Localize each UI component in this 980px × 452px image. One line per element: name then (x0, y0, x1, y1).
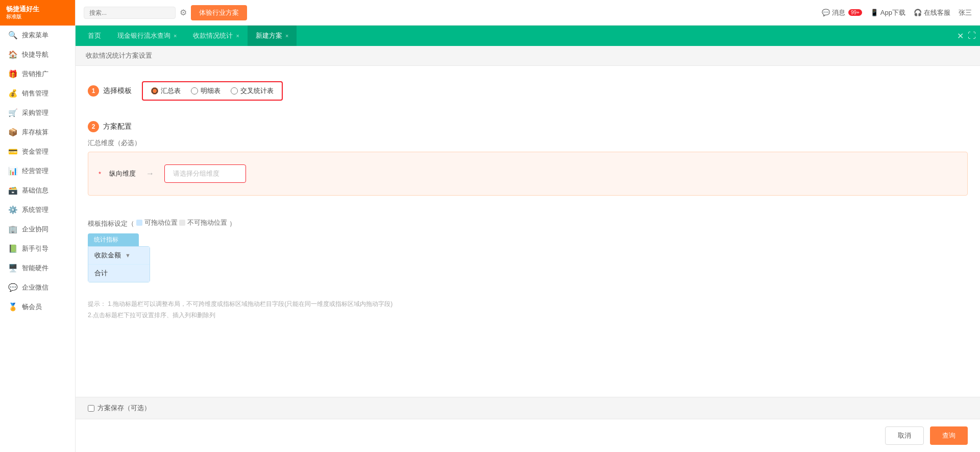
hardware-label: 智能硬件 (22, 264, 48, 273)
sales-icon: 💰 (8, 89, 18, 98)
topbar: ⚙ 体验行业方案 💬 消息 99+ 📱 App下载 🎧 在线客服 张三 (76, 0, 980, 26)
metrics-item[interactable]: 收款金额▼ (88, 247, 150, 265)
save-checkbox[interactable]: 方案保存（可选） (88, 403, 151, 413)
query-button[interactable]: 查询 (930, 426, 968, 445)
tabbar-actions: ✕ ⛶ (957, 31, 976, 41)
step1-badge: 1 (88, 85, 99, 97)
sidebar-item-wechat[interactable]: 💬企业微信 (0, 278, 75, 297)
industry-btn[interactable]: 体验行业方案 (191, 5, 247, 20)
tab-new-plan[interactable]: 新建方案× (248, 26, 297, 46)
radio-detail-label: 明细表 (201, 86, 220, 96)
sidebar-item-member[interactable]: 🏅畅会员 (0, 297, 75, 317)
sidebar-item-quick-nav[interactable]: 🏠快捷导航 (0, 45, 75, 64)
step1-label: 选择模板 (103, 86, 132, 96)
dimension-input-box[interactable]: 请选择分组维度 (164, 164, 246, 183)
business-icon: 📊 (8, 166, 18, 176)
metrics-area: 统计指标 收款金额▼合计 (88, 233, 968, 282)
sidebar: 畅捷通好生 标准版 🔍搜索菜单🏠快捷导航🎁营销推广💰销售管理🛒采购管理📦库存核算… (0, 0, 76, 452)
legend-draggable-label: 可拖动位置 (144, 218, 178, 227)
tabbar: 首页现金银行流水查询×收款情况统计×新建方案× ✕ ⛶ (76, 26, 980, 46)
sidebar-item-finance[interactable]: 💳资金管理 (0, 142, 75, 161)
system-label: 系统管理 (22, 205, 48, 215)
dimension-group-label-text: 汇总维度（必选） (88, 139, 141, 147)
sidebar-item-basic-info[interactable]: 🗃️基础信息 (0, 181, 75, 200)
metrics-item[interactable]: 合计 (88, 265, 150, 282)
tab-label-bank-flow: 现金银行流水查询 (117, 31, 170, 40)
step2-header: 2 方案配置 (88, 121, 142, 132)
username-label: 张三 (959, 8, 972, 17)
quick-nav-label: 快捷导航 (22, 50, 48, 59)
radio-crosstab-input[interactable] (231, 87, 238, 94)
hardware-icon: 🖥️ (8, 264, 18, 273)
gear-icon[interactable]: ⚙ (180, 8, 187, 17)
search-menu-icon: 🔍 (8, 31, 18, 40)
sidebar-item-enterprise[interactable]: 🏢企业协同 (0, 220, 75, 239)
tab-bank-flow[interactable]: 现金银行流水查询× (109, 26, 185, 46)
service-item[interactable]: 🎧 在线客服 (914, 8, 950, 17)
step1-row: 1 选择模板 汇总表 明细表 交叉统计表 (88, 76, 968, 106)
metrics-group-label: 统计指标 (88, 233, 139, 246)
notification-icon: 💬 (822, 9, 830, 16)
sidebar-item-hardware[interactable]: 🖥️智能硬件 (0, 258, 75, 278)
service-icon: 🎧 (914, 9, 922, 16)
tab-collection-stat[interactable]: 收款情况统计× (185, 26, 247, 46)
metrics-items: 收款金额▼合计 (88, 246, 150, 282)
basic-info-label: 基础信息 (22, 186, 48, 195)
dimension-section: 汇总维度（必选） * 纵向维度 → 请选择分组维度 (88, 138, 968, 196)
wechat-label: 企业微信 (22, 283, 48, 292)
maximize-icon[interactable]: ⛶ (968, 31, 976, 40)
dimension-placeholder: 请选择分组维度 (173, 169, 219, 178)
basic-info-icon: 🗃️ (8, 186, 18, 195)
sidebar-item-inventory[interactable]: 📦库存核算 (0, 123, 75, 142)
sidebar-item-sales[interactable]: 💰销售管理 (0, 84, 75, 103)
inventory-icon: 📦 (8, 128, 18, 137)
legend-draggable-dot (136, 220, 142, 226)
sidebar-item-guide[interactable]: 📗新手引导 (0, 239, 75, 258)
save-checkbox-input[interactable] (88, 405, 94, 412)
sidebar-item-search-menu[interactable]: 🔍搜索菜单 (0, 26, 75, 45)
download-item[interactable]: 📱 App下载 (870, 8, 905, 17)
radio-detail[interactable]: 明细表 (191, 86, 220, 96)
radio-detail-input[interactable] (191, 87, 198, 94)
notification-label: 消息 (832, 8, 845, 17)
sidebar-item-purchase[interactable]: 🛒采购管理 (0, 103, 75, 123)
metrics-label-row: 模板指标设定（ 可拖动位置 不可拖动位置 ） (88, 218, 968, 228)
save-label: 方案保存（可选） (97, 403, 151, 413)
radio-summary-label: 汇总表 (161, 86, 181, 96)
inventory-label: 库存核算 (22, 128, 48, 137)
tab-close-collection-stat[interactable]: × (236, 33, 239, 39)
metrics-item-label: 收款金额 (94, 251, 121, 260)
metrics-section: 模板指标设定（ 可拖动位置 不可拖动位置 ） (88, 218, 968, 282)
tab-label-collection-stat: 收款情况统计 (193, 31, 233, 40)
dimension-area: * 纵向维度 → 请选择分组维度 (88, 152, 968, 196)
cancel-button[interactable]: 取消 (885, 426, 924, 445)
step2-label: 方案配置 (103, 122, 132, 131)
template-selection-box: 汇总表 明细表 交叉统计表 (142, 81, 283, 101)
radio-crosstab[interactable]: 交叉统计表 (231, 86, 274, 96)
sidebar-item-system[interactable]: ⚙️系统管理 (0, 200, 75, 220)
guide-icon: 📗 (8, 244, 18, 253)
tab-close-bank-flow[interactable]: × (174, 33, 177, 39)
sidebar-item-marketing[interactable]: 🎁营销推广 (0, 64, 75, 84)
metrics-label-text: 模板指标设定（ (88, 220, 134, 227)
tab-close-new-plan[interactable]: × (285, 33, 288, 39)
purchase-label: 采购管理 (22, 108, 48, 117)
close-window-icon[interactable]: ✕ (957, 31, 964, 41)
search-input[interactable] (84, 7, 176, 19)
arrow-icon: → (146, 169, 154, 178)
radio-summary[interactable]: 汇总表 (151, 86, 181, 96)
tip-text: 2.点击标题栏下拉可设置排序、插入列和删除列 (88, 310, 393, 321)
sidebar-item-business[interactable]: 📊经营管理 (0, 161, 75, 181)
radio-group: 汇总表 明细表 交叉统计表 (151, 86, 274, 96)
enterprise-icon: 🏢 (8, 225, 18, 234)
topbar-left: ⚙ 体验行业方案 (84, 5, 814, 20)
member-label: 畅会员 (22, 302, 42, 312)
radio-summary-input[interactable] (151, 87, 158, 94)
form-container: 1 选择模板 汇总表 明细表 交叉统计表 (76, 66, 980, 397)
page-title: 收款情况统计方案设置 (76, 46, 980, 66)
tab-home[interactable]: 首页 (80, 26, 109, 46)
notification-item[interactable]: 💬 消息 99+ (822, 8, 862, 17)
tab-label-new-plan: 新建方案 (256, 31, 282, 40)
sales-label: 销售管理 (22, 89, 48, 98)
search-menu-label: 搜索菜单 (22, 31, 48, 40)
